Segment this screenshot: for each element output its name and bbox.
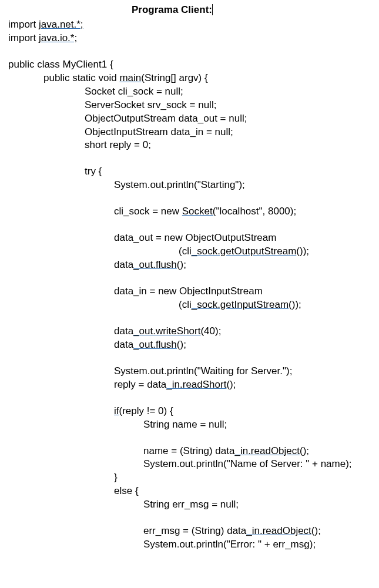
- text: ();: [177, 339, 186, 350]
- read-short-method: _in.readShort: [166, 379, 226, 390]
- text: "localhost", 8000);: [216, 206, 296, 217]
- keyword-import: import: [8, 19, 39, 30]
- var-decl: ObjectOutputStream data_out = null;: [8, 112, 371, 126]
- try-block: try {: [8, 165, 371, 179]
- text: data: [114, 259, 133, 270]
- oos-arg: (cli_sock.getOutputStream());: [8, 245, 371, 258]
- var-decl: ObjectInputStream data_in = null;: [8, 126, 371, 139]
- title-text: Programa Client:: [132, 4, 212, 15]
- import-line: import java.io.*;: [8, 32, 371, 45]
- flush-call: data_out.flush();: [8, 258, 371, 272]
- if-keyword: if: [114, 405, 119, 416]
- flush-method: _out.flush: [133, 339, 177, 350]
- text: name = (String) data: [143, 445, 234, 456]
- var-decl: Socket cli_sock = null;: [8, 85, 371, 99]
- document-title: Programa Client:: [8, 4, 371, 17]
- class-declaration: public class MyClient1 {: [8, 58, 371, 72]
- else-stmt: else {: [8, 485, 371, 498]
- text: ();: [177, 259, 186, 270]
- read-object-method: _in.readObject: [246, 525, 311, 536]
- var-decl: String err_msg = null;: [8, 498, 371, 512]
- method-name: main: [119, 72, 141, 83]
- text: reply = data: [114, 379, 166, 390]
- get-output-stream: _sock.getOutputStream: [192, 246, 297, 257]
- if-stmt: if(reply != 0) {: [8, 405, 371, 418]
- method-modifiers: public static void: [43, 72, 119, 83]
- brace-close: }: [8, 471, 371, 485]
- println-call: System.out.println("Name of Server: " + …: [8, 458, 371, 471]
- read-short: reply = data_in.readShort();: [8, 378, 371, 392]
- ois-arg: (cli_sock.getInputStream());: [8, 298, 371, 312]
- var-decl: ServerSocket srv_sock = null;: [8, 99, 371, 112]
- text: err_msg = (String) data: [143, 525, 246, 536]
- import-java-net: java.net.*;: [39, 19, 83, 30]
- var-decl: String name = null;: [8, 418, 371, 432]
- import-java-io: java.io.*;: [39, 32, 77, 43]
- get-input-stream: _sock.getInputStream: [192, 299, 289, 310]
- if-condition: (reply != 0) {: [119, 405, 173, 416]
- text: (40);: [200, 325, 221, 337]
- text: data: [114, 339, 133, 350]
- new-oos: data_out = new ObjectOutputStream: [8, 231, 371, 245]
- text: data: [114, 325, 133, 337]
- socket-ctor: Socket(: [182, 206, 216, 217]
- text: cli_sock = new: [114, 206, 182, 217]
- new-ois: data_in = new ObjectInputStream: [8, 285, 371, 298]
- text: ();: [311, 525, 321, 536]
- var-decl: short reply = 0;: [8, 139, 371, 152]
- method-declaration: public static void main(String[] argv) {: [8, 72, 371, 85]
- keyword-import: import: [8, 32, 39, 43]
- text-cursor: [212, 4, 213, 15]
- text: ());: [289, 299, 301, 310]
- println-call: System.out.println("Starting");: [8, 179, 371, 192]
- println-call: System.out.println("Waiting for Server."…: [8, 365, 371, 378]
- read-object: name = (String) data_in.readObject();: [8, 445, 371, 458]
- text: (cli: [179, 299, 192, 310]
- socket-new: cli_sock = new Socket("localhost", 8000)…: [8, 205, 371, 219]
- text: ());: [296, 246, 309, 257]
- method-args: (String[] argv) {: [141, 72, 207, 83]
- read-object-method: _in.readObject: [234, 445, 300, 456]
- text: (cli: [179, 246, 192, 257]
- write-short: data_out.writeShort(40);: [8, 325, 371, 338]
- text: ();: [300, 445, 309, 456]
- code-document: Programa Client: import java.net.*; impo…: [0, 0, 379, 560]
- println-call: System.out.println("Error: " + err_msg);: [8, 538, 371, 552]
- text: ();: [226, 379, 236, 390]
- write-short-method: _out.writeShort: [133, 325, 200, 337]
- import-line: import java.net.*;: [8, 18, 371, 32]
- read-object: err_msg = (String) data_in.readObject();: [8, 525, 371, 538]
- flush-call: data_out.flush();: [8, 338, 371, 352]
- flush-method: _out.flush: [133, 259, 177, 270]
